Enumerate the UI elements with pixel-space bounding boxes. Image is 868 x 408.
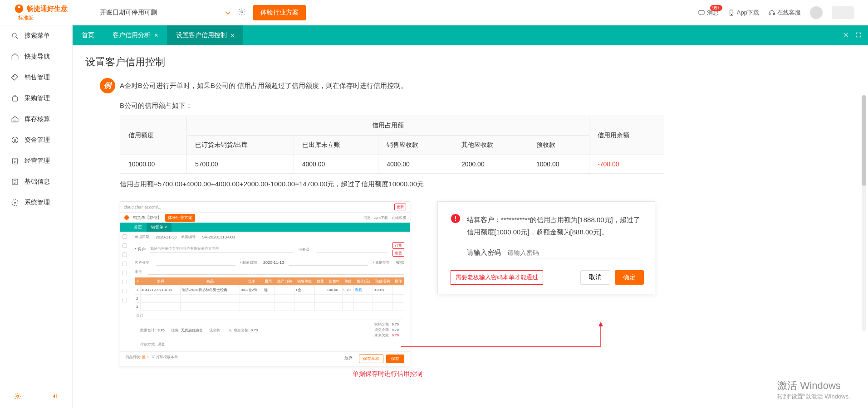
search-icon [11, 32, 19, 40]
sidebar-item-search[interactable]: 搜索菜单 [0, 25, 72, 46]
chevron-down-icon [225, 9, 230, 16]
sidebar-item-operation[interactable]: 经营管理 [0, 151, 72, 171]
app-download-link[interactable]: App下载 [728, 9, 759, 17]
tab-close-all-icon[interactable] [843, 32, 849, 39]
credit-table: 信用额度 信用占用额 信用用余额 已订货未销货/出库 已出库未立账 销售应收款 … [120, 116, 664, 174]
sidebar-label: 采购管理 [25, 94, 50, 102]
account-date-selector[interactable]: 开账日期可停用可删 [100, 9, 230, 17]
system-icon [11, 199, 19, 207]
th-ordered: 已订货未销货/出库 [187, 136, 294, 155]
sidebar-item-funds[interactable]: 资金管理 [0, 130, 72, 151]
svg-point-17 [124, 215, 129, 220]
sidebar-item-purchase[interactable]: 采购管理 [0, 88, 72, 109]
phone-icon [728, 9, 735, 16]
svg-rect-20 [455, 220, 456, 221]
list-icon [11, 178, 19, 186]
brand-edition: 标准版 [18, 15, 33, 21]
account-date-label: 开账日期可停用可删 [100, 9, 157, 17]
yen-icon [11, 136, 19, 144]
th-remain: 信用用余额 [589, 116, 664, 155]
message-icon [698, 9, 705, 16]
sidebar-label: 库存核算 [25, 115, 50, 123]
logo-area: 畅捷通好生意 标准版 [0, 4, 73, 21]
page-title: 设置客户信用控制 [73, 45, 868, 75]
order-screenshot: cloud.chanjet.com/...更新 销货单【存储】 体验行业方案 消… [120, 201, 410, 366]
sidebar-label: 基础信息 [25, 178, 50, 186]
user-avatar[interactable] [810, 6, 823, 19]
th-usage: 信用占用额 [187, 116, 589, 136]
sidebar: 搜索菜单 快捷导航 销售管理 采购管理 库存核算 资金管理 经营管理 基础信息 [0, 25, 73, 408]
example-badge: 例 [100, 78, 115, 93]
tab-credit-analysis[interactable]: 客户信用分析 × [103, 25, 167, 45]
sidebar-label: 经营管理 [25, 157, 50, 165]
credit-warning-dialog: 结算客户：***********的信用占用额为[1888.00元]，超过了信用额… [437, 201, 655, 294]
mini-order-table: #条码商品仓库批号生产日期销售单位数量折扣%单价售价(元)预估毛利操作 1484… [135, 277, 404, 320]
dialog-message: 结算客户：***********的信用占用额为[1888.00元]，超过了信用额… [467, 214, 642, 238]
tab-credit-control-settings[interactable]: 设置客户信用控制 × [167, 25, 243, 45]
svg-rect-9 [13, 97, 18, 101]
password-label: 请输入密码 [467, 248, 501, 257]
sidebar-item-quicknav[interactable]: 快捷导航 [0, 46, 72, 67]
sidebar-label: 资金管理 [25, 136, 50, 144]
illustration-row: cloud.chanjet.com/...更新 销货单【存储】 体验行业方案 消… [120, 201, 841, 366]
subline-text: B公司的信用额占如下： [120, 102, 841, 110]
password-input[interactable] [506, 247, 642, 258]
svg-rect-6 [773, 13, 775, 15]
sidebar-item-basic[interactable]: 基础信息 [0, 171, 72, 192]
svg-rect-2 [699, 10, 704, 14]
clipboard-icon [11, 157, 19, 165]
top-header: 畅捷通好生意 标准版 开账日期可停用可删 体验行业方案 消息 99+ App下载… [0, 0, 868, 25]
svg-rect-19 [455, 216, 456, 219]
fullscreen-icon[interactable] [855, 32, 862, 39]
brand-logo-icon [14, 4, 24, 14]
ok-button[interactable]: 确定 [615, 270, 644, 285]
tabbar: 首页 客户信用分析 × 设置客户信用控制 × [73, 25, 868, 45]
svg-rect-5 [769, 13, 770, 15]
headset-icon [768, 9, 775, 16]
table-row: 10000.00 5700.00 4000.00 4000.00 2000.00… [120, 155, 664, 174]
svg-point-7 [12, 33, 16, 37]
svg-point-1 [241, 11, 243, 13]
warehouse-icon [11, 115, 19, 123]
formula-text: 信用占用额=5700.00+4000.00+4000.00+2000.00-10… [120, 180, 841, 189]
svg-rect-16 [56, 394, 57, 398]
tag-icon [11, 73, 19, 82]
cancel-button[interactable]: 取消 [580, 270, 610, 285]
annotation-arrow [401, 319, 701, 355]
sidebar-label: 系统管理 [25, 199, 50, 207]
app-download-label: App下载 [737, 9, 759, 17]
th-pre: 预收款 [528, 136, 589, 155]
sidebar-label: 搜索菜单 [25, 32, 50, 40]
brand-name: 畅捷通好生意 [27, 5, 68, 13]
close-icon[interactable]: × [230, 32, 234, 39]
tab-home[interactable]: 首页 [73, 25, 103, 45]
warning-icon [451, 214, 461, 223]
th-out: 已出库未立账 [294, 136, 378, 155]
brand-logo-icon [124, 215, 129, 220]
settings-icon[interactable] [14, 392, 22, 402]
scrollbar[interactable] [862, 95, 866, 331]
svg-point-14 [15, 202, 16, 204]
bag-icon [11, 94, 19, 102]
close-icon[interactable]: × [154, 32, 158, 39]
svg-point-8 [13, 76, 14, 77]
sidebar-item-system[interactable]: 系统管理 [0, 192, 72, 213]
gear-icon[interactable] [238, 8, 246, 17]
messages-link[interactable]: 消息 99+ [698, 9, 719, 17]
content-area: 设置客户信用控制 例 A企对B公司进行开单时，如果B公司的 信用占用额超过了信用… [73, 45, 868, 408]
user-profile-block[interactable] [832, 6, 854, 19]
dialog-note: 需要老板输入密码本单才能通过 [451, 270, 543, 285]
svg-point-13 [12, 199, 18, 206]
th-ar: 销售应收款 [378, 136, 453, 155]
trial-plan-button[interactable]: 体验行业方案 [253, 5, 306, 20]
online-service-link[interactable]: 在线客服 [768, 9, 801, 17]
online-service-label: 在线客服 [777, 9, 801, 17]
home-icon [11, 53, 19, 61]
sidebar-item-sales[interactable]: 销售管理 [0, 67, 72, 88]
example-text: A企对B公司进行开单时，如果B公司的 信用占用额超过了信用额度，则在保存时进行信… [120, 82, 407, 90]
svg-point-4 [731, 14, 731, 15]
sidebar-item-inventory[interactable]: 库存核算 [0, 109, 72, 130]
sidebar-label: 快捷导航 [25, 53, 50, 61]
windows-activation-watermark: 激活 Windows 转到"设置"以激活 Windows。 [777, 379, 854, 401]
collapse-icon[interactable] [50, 392, 59, 402]
